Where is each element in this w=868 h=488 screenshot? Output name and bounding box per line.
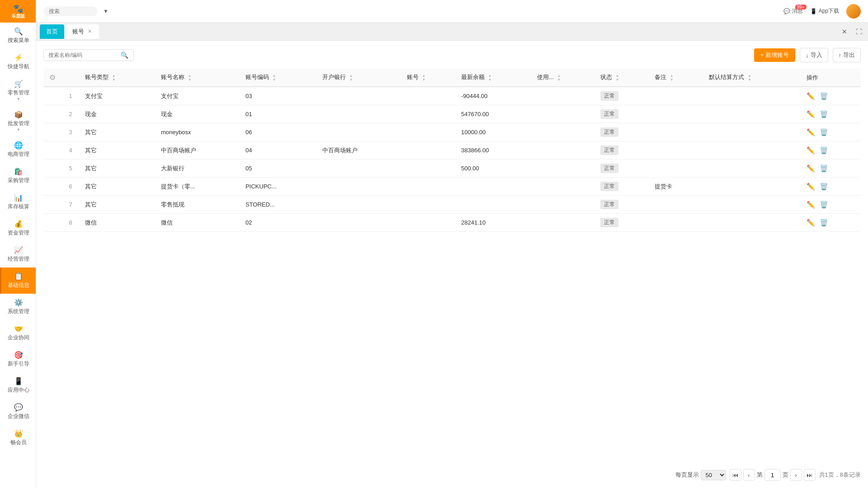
delete-icon[interactable]: 🗑️: [820, 164, 828, 173]
export-button[interactable]: ↑ 导出: [833, 48, 861, 62]
cell-status: 正常: [595, 87, 649, 105]
edit-icon[interactable]: ✏️: [807, 183, 815, 191]
cell-index: 6: [61, 178, 80, 196]
sidebar-item-inventory-check[interactable]: 📊 库存核算: [0, 189, 36, 215]
col-bank[interactable]: 开户银行 ▲▼: [317, 69, 401, 87]
per-page-dropdown[interactable]: 50 100 200: [701, 470, 726, 480]
new-guide-icon: 🎯: [14, 351, 23, 359]
tab-expand-button[interactable]: ⛶: [854, 26, 864, 37]
sidebar-item-system-mgmt[interactable]: ⚙️ 系统管理: [0, 294, 36, 320]
cell-account-no: [401, 214, 456, 232]
cell-action: ✏️ 🗑️: [801, 214, 861, 232]
sidebar-item-label: 基础信息: [8, 282, 29, 289]
col-usage[interactable]: 使用... ▲▼: [532, 69, 595, 87]
col-latest-balance[interactable]: 最新余额 ▲▼: [456, 69, 532, 87]
cell-default-settlement: [703, 123, 801, 141]
message-button[interactable]: 💬 消息 99+: [783, 7, 803, 15]
delete-icon[interactable]: 🗑️: [820, 201, 828, 209]
cell-notes: [649, 141, 703, 160]
content-area: 🔍 + 新增账号 ↓ 导入 ↑ 导出 ⚙: [36, 41, 868, 488]
table-row: 3 其它 moneybosx 06 10000.00 正常 ✏️ 🗑️: [43, 123, 861, 141]
col-account-code[interactable]: 账号编码 ▲▼: [240, 69, 317, 87]
page-prev-button[interactable]: ‹: [743, 469, 755, 481]
delete-icon[interactable]: 🗑️: [820, 146, 828, 155]
sidebar-item-basic-info[interactable]: 📋 基础信息: [0, 267, 36, 294]
cell-latest-balance: 28241.10: [456, 214, 532, 232]
cell-account-type: 其它: [80, 123, 156, 141]
edit-icon[interactable]: ✏️: [807, 110, 815, 118]
topbar-dropdown[interactable]: ▼: [103, 8, 108, 14]
cell-usage: [532, 141, 595, 160]
delete-icon[interactable]: 🗑️: [820, 183, 828, 191]
edit-icon[interactable]: ✏️: [807, 92, 815, 100]
tab-home[interactable]: 首页: [40, 24, 64, 39]
sidebar-item-company-agreement[interactable]: 🤝 企业协同: [0, 320, 36, 346]
app-download-button[interactable]: 📱 App下载: [810, 7, 839, 15]
page-first-button[interactable]: ⏮: [730, 469, 741, 481]
page-next-button[interactable]: ›: [790, 469, 802, 481]
sort-icon: ▲▼: [616, 74, 619, 82]
sidebar-item-finance-mgmt[interactable]: 💰 资金管理: [0, 215, 36, 241]
sidebar-item-enterprise-wechat[interactable]: 💬 企业微信: [0, 399, 36, 425]
cell-usage: [532, 160, 595, 178]
delete-icon[interactable]: 🗑️: [820, 219, 828, 227]
cell-action: ✏️ 🗑️: [801, 105, 861, 123]
cell-usage: [532, 196, 595, 214]
edit-icon[interactable]: ✏️: [807, 128, 815, 136]
sidebar-item-purchase-mgmt[interactable]: 🛍️ 采购管理: [0, 163, 36, 189]
basic-info-icon: 📋: [14, 272, 23, 281]
column-settings-icon[interactable]: ⚙: [49, 74, 56, 81]
retail-icon: 🛒: [14, 80, 23, 88]
col-notes[interactable]: 备注 ▲▼: [649, 69, 703, 87]
page-input[interactable]: [764, 469, 781, 481]
table-row: 2 现金 现金 01 547670.00 正常 ✏️ 🗑️: [43, 105, 861, 123]
col-account-name[interactable]: 账号名称 ▲▼: [156, 69, 240, 87]
cell-notes: [649, 105, 703, 123]
tab-account[interactable]: 账号 ✕: [66, 24, 99, 39]
topbar-search-input[interactable]: [43, 6, 98, 16]
edit-icon[interactable]: ✏️: [807, 164, 815, 173]
sidebar-item-app-center[interactable]: 📱 应用中心: [0, 372, 36, 399]
user-avatar[interactable]: [846, 4, 861, 19]
delete-icon[interactable]: 🗑️: [820, 110, 828, 118]
cell-account-type: 其它: [80, 160, 156, 178]
edit-icon[interactable]: ✏️: [807, 201, 815, 209]
cell-bank: [317, 105, 401, 123]
edit-icon[interactable]: ✏️: [807, 146, 815, 155]
add-account-button[interactable]: + 新增账号: [754, 48, 795, 62]
sidebar-item-member[interactable]: 👑 畅会员: [0, 425, 36, 451]
cell-notes: [649, 160, 703, 178]
col-account-type[interactable]: 账号类型 ▲▼: [80, 69, 156, 87]
cell-latest-balance: 547670.00: [456, 105, 532, 123]
quick-nav-icon: ⚡: [14, 53, 23, 62]
sidebar-item-new-guide[interactable]: 🎯 新手引导: [0, 346, 36, 372]
sidebar-item-operations-mgmt[interactable]: 📈 经营管理: [0, 241, 36, 267]
sidebar-item-retail-mgmt[interactable]: 🛒 零售管理 ▼: [0, 75, 36, 106]
cell-account-name: 现金: [156, 105, 240, 123]
search-input[interactable]: [48, 52, 121, 58]
sidebar-item-search-menu[interactable]: 🔍 搜索菜单: [0, 23, 36, 49]
tab-account-label: 账号: [72, 28, 84, 36]
cell-bank: [317, 160, 401, 178]
import-button[interactable]: ↓ 导入: [800, 48, 828, 62]
cell-action: ✏️ 🗑️: [801, 141, 861, 160]
cell-settings: [43, 196, 61, 214]
col-default-settlement[interactable]: 默认结算方式 ▲▼: [703, 69, 801, 87]
system-mgmt-icon: ⚙️: [14, 298, 23, 307]
col-status[interactable]: 状态 ▲▼: [595, 69, 649, 87]
cell-latest-balance: 10000.00: [456, 123, 532, 141]
col-index: [61, 69, 80, 87]
tab-close-all-button[interactable]: ✕: [839, 26, 850, 37]
tab-close-icon[interactable]: ✕: [87, 28, 93, 34]
cell-bank: [317, 87, 401, 105]
sidebar-item-wholesale-mgmt[interactable]: 📦 批发管理 ▼: [0, 106, 36, 136]
sidebar-item-quick-nav[interactable]: ⚡ 快捷导航: [0, 49, 36, 75]
edit-icon[interactable]: ✏️: [807, 219, 815, 227]
delete-icon[interactable]: 🗑️: [820, 128, 828, 136]
col-account-no[interactable]: 账号 ▲▼: [401, 69, 456, 87]
delete-icon[interactable]: 🗑️: [820, 92, 828, 100]
page-last-button[interactable]: ⏭: [804, 469, 816, 481]
sidebar-item-label: 经营管理: [8, 255, 29, 263]
sidebar-item-ecommerce-mgmt[interactable]: 🌐 电商管理: [0, 136, 36, 163]
toolbar-right: + 新增账号 ↓ 导入 ↑ 导出: [754, 48, 861, 62]
